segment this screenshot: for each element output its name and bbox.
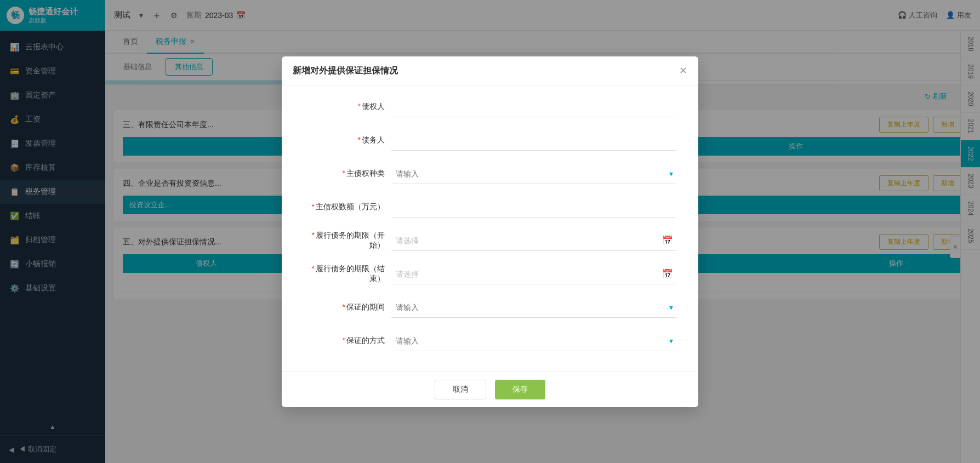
modal-dialog: 新增对外提供保证担保情况 ✕ *债权人 *债务人 *主债权种类 xyxy=(282,56,698,407)
form-field-duty-end: *履行债务的期限（结束） 📅 xyxy=(304,264,676,284)
select-wrap-claim-type: ▾ xyxy=(391,164,676,184)
chevron-down-icon[interactable]: ▾ xyxy=(666,303,676,312)
chevron-down-icon[interactable]: ▾ xyxy=(666,169,676,178)
input-wrap-creditor xyxy=(391,97,676,117)
input-wrap-claim-amount xyxy=(391,197,676,218)
modal-header: 新增对外提供保证担保情况 ✕ xyxy=(282,56,698,86)
select-input-claim-type[interactable] xyxy=(391,164,666,184)
calendar-icon[interactable]: 📅 xyxy=(659,268,676,279)
date-input-duty-end[interactable] xyxy=(391,264,659,284)
text-input-creditor[interactable] xyxy=(391,97,676,117)
field-label-duty-start: *履行债务的期限（开始） xyxy=(304,231,391,250)
modal-title: 新增对外提供保证担保情况 xyxy=(293,65,398,77)
required-star: * xyxy=(312,231,315,239)
required-star: * xyxy=(343,336,345,345)
text-input-debtor[interactable] xyxy=(391,130,676,150)
cancel-button[interactable]: 取消 xyxy=(435,380,486,399)
date-input-duty-start[interactable] xyxy=(391,231,659,250)
field-label-claim-type: *主债权种类 xyxy=(304,169,391,179)
form-field-guarantee-period: *保证的期间 ▾ xyxy=(304,298,676,318)
modal-footer: 取消 保存 xyxy=(282,371,698,407)
field-label-duty-end: *履行债务的期限（结束） xyxy=(304,264,391,284)
input-wrap-debtor xyxy=(391,130,676,151)
select-wrap-guarantee-period: ▾ xyxy=(391,298,676,318)
select-input-guarantee-method[interactable] xyxy=(391,331,666,351)
required-star: * xyxy=(343,302,345,311)
required-star: * xyxy=(358,102,361,111)
form-field-guarantee-method: *保证的方式 ▾ xyxy=(304,331,676,351)
modal-close-button[interactable]: ✕ xyxy=(679,66,687,76)
field-label-guarantee-method: *保证的方式 xyxy=(304,336,391,346)
field-label-creditor: *债权人 xyxy=(304,102,391,112)
form-field-creditor: *债权人 xyxy=(304,97,676,117)
select-wrap-guarantee-method: ▾ xyxy=(391,331,676,351)
modal-body: *债权人 *债务人 *主债权种类 ▾ *主债权数额（万元） xyxy=(282,86,698,371)
field-label-claim-amount: *主债权数额（万元） xyxy=(304,202,391,212)
chevron-down-icon[interactable]: ▾ xyxy=(666,336,676,345)
date-wrap-duty-start: 📅 xyxy=(391,231,676,251)
form-field-debtor: *债务人 xyxy=(304,130,676,151)
form-field-claim-amount: *主债权数额（万元） xyxy=(304,197,676,218)
required-star: * xyxy=(312,202,315,211)
select-input-guarantee-period[interactable] xyxy=(391,298,666,317)
required-star: * xyxy=(358,135,361,144)
form-field-duty-start: *履行债务的期限（开始） 📅 xyxy=(304,231,676,251)
field-label-guarantee-period: *保证的期间 xyxy=(304,302,391,312)
calendar-icon[interactable]: 📅 xyxy=(659,235,676,245)
field-label-debtor: *债务人 xyxy=(304,135,391,145)
required-star: * xyxy=(312,264,315,273)
save-button[interactable]: 保存 xyxy=(495,380,545,399)
text-input-claim-amount[interactable] xyxy=(391,197,676,217)
required-star: * xyxy=(343,169,345,178)
form-field-claim-type: *主债权种类 ▾ xyxy=(304,164,676,184)
modal-overlay: 新增对外提供保证担保情况 ✕ *债权人 *债务人 *主债权种类 xyxy=(0,0,980,463)
date-wrap-duty-end: 📅 xyxy=(391,264,676,284)
